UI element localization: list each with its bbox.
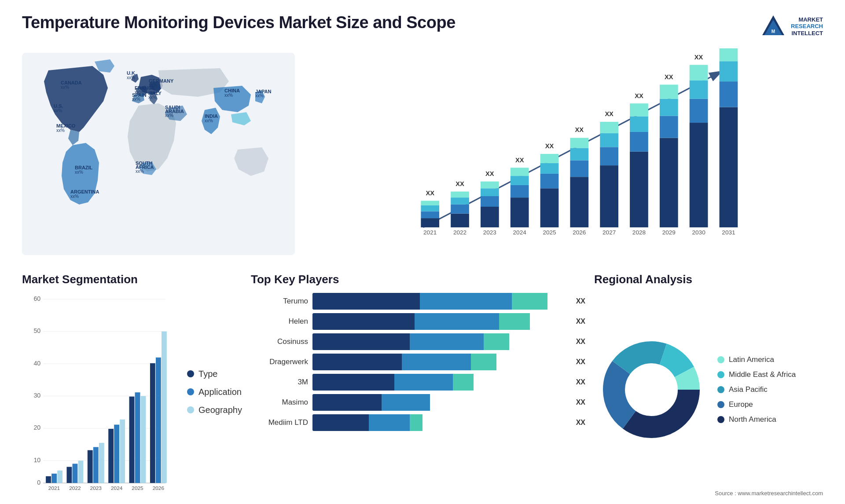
svg-rect-71 [570, 138, 588, 148]
svg-rect-56 [511, 197, 529, 227]
svg-rect-87 [660, 116, 678, 138]
logo-icon: M [760, 13, 786, 40]
svg-rect-118 [46, 476, 51, 483]
application-dot [187, 388, 194, 395]
svg-rect-59 [511, 168, 529, 176]
svg-rect-40 [421, 205, 439, 212]
svg-text:XX: XX [426, 190, 434, 197]
svg-text:xx%: xx% [148, 95, 157, 100]
svg-rect-88 [660, 99, 678, 116]
source-text: Source : www.marketresearchintellect.com [594, 490, 823, 497]
type-label: Type [198, 369, 217, 379]
svg-text:xx%: xx% [149, 83, 157, 88]
svg-rect-41 [421, 201, 439, 205]
middle-east-africa-label: Middle East & Africa [729, 370, 796, 379]
svg-text:XX: XX [635, 92, 643, 99]
segmentation-section: Market Segmentation 60 50 40 30 20 10 0 [22, 273, 242, 493]
svg-text:xx%: xx% [165, 113, 173, 118]
svg-text:0: 0 [37, 479, 40, 486]
svg-text:30: 30 [33, 392, 40, 399]
europe-label: Europe [729, 400, 753, 409]
svg-rect-57 [511, 185, 529, 197]
svg-text:xx%: xx% [75, 170, 83, 175]
regional-container: Latin America Middle East & Africa Asia … [594, 293, 823, 486]
player-xx: XX [576, 338, 585, 346]
svg-rect-76 [600, 133, 618, 147]
svg-rect-51 [481, 196, 499, 207]
player-name: Masimo [251, 398, 308, 407]
legend-asia-pacific: Asia Pacific [717, 385, 796, 394]
svg-text:2022: 2022 [453, 229, 467, 236]
player-row-mediim: Mediim LTD XX [251, 414, 585, 431]
svg-text:40: 40 [33, 360, 40, 367]
world-map-section: CANADA xx% U.S. xx% MEXICO xx% BRAZIL xx… [22, 48, 295, 259]
world-map-svg: CANADA xx% U.S. xx% MEXICO xx% BRAZIL xx… [22, 48, 295, 259]
svg-rect-80 [630, 152, 648, 227]
legend-europe: Europe [717, 400, 796, 409]
svg-point-147 [626, 364, 677, 415]
player-xx: XX [576, 358, 585, 366]
svg-rect-65 [540, 154, 559, 163]
player-name: Mediim LTD [251, 418, 308, 427]
svg-rect-52 [481, 188, 499, 196]
svg-rect-58 [511, 176, 529, 185]
svg-rect-122 [66, 467, 72, 483]
svg-rect-136 [141, 396, 146, 483]
svg-rect-70 [570, 148, 588, 160]
svg-text:2031: 2031 [722, 229, 735, 236]
svg-text:xx%: xx% [136, 169, 144, 174]
player-row-dragerwerk: Dragerwerk XX [251, 354, 585, 370]
player-bar [312, 354, 568, 370]
svg-rect-123 [72, 464, 77, 483]
svg-rect-63 [540, 174, 559, 188]
svg-text:XX: XX [485, 170, 494, 177]
svg-text:2025: 2025 [543, 229, 556, 236]
svg-text:2023: 2023 [483, 229, 496, 236]
svg-rect-81 [630, 132, 648, 152]
svg-text:2022: 2022 [69, 485, 81, 491]
player-xx: XX [576, 398, 585, 406]
svg-text:XX: XX [545, 142, 554, 150]
svg-rect-128 [99, 443, 104, 483]
svg-rect-138 [150, 363, 155, 483]
svg-text:2024: 2024 [111, 485, 123, 491]
svg-rect-77 [600, 122, 618, 133]
svg-text:xx%: xx% [127, 75, 135, 80]
svg-text:M: M [772, 29, 775, 34]
legend-middle-east-africa: Middle East & Africa [717, 370, 796, 379]
player-bar [312, 394, 568, 411]
svg-rect-38 [421, 218, 439, 227]
svg-text:XX: XX [456, 180, 464, 187]
europe-dot [717, 401, 724, 408]
svg-text:2021: 2021 [423, 229, 437, 236]
svg-rect-100 [720, 61, 738, 81]
svg-rect-45 [451, 205, 469, 214]
svg-text:xx%: xx% [205, 118, 213, 123]
svg-rect-46 [451, 197, 469, 205]
svg-text:xx%: xx% [61, 85, 69, 90]
svg-rect-75 [600, 147, 618, 165]
donut-chart [594, 332, 709, 447]
svg-rect-50 [481, 207, 499, 227]
regional-section: Regional Analysis [594, 273, 823, 493]
player-row-terumo: Terumo XX [251, 293, 585, 310]
svg-text:2029: 2029 [662, 229, 676, 236]
svg-rect-62 [540, 188, 559, 227]
player-name: Helen [251, 317, 308, 326]
svg-rect-131 [114, 425, 119, 483]
svg-text:xx%: xx% [132, 97, 140, 102]
svg-text:xx%: xx% [255, 93, 264, 98]
svg-rect-124 [78, 460, 84, 483]
svg-rect-95 [690, 65, 708, 80]
svg-text:xx%: xx% [56, 128, 65, 133]
player-xx: XX [576, 297, 585, 305]
svg-text:2026: 2026 [573, 229, 586, 236]
player-name: Cosinuss [251, 337, 308, 346]
svg-text:xx%: xx% [70, 194, 79, 199]
svg-rect-69 [570, 161, 588, 177]
segmentation-svg: 60 50 40 30 20 10 0 [22, 293, 174, 491]
north-america-label: North America [729, 415, 776, 424]
svg-rect-86 [660, 138, 678, 227]
svg-rect-53 [481, 182, 499, 189]
svg-rect-98 [720, 107, 738, 227]
